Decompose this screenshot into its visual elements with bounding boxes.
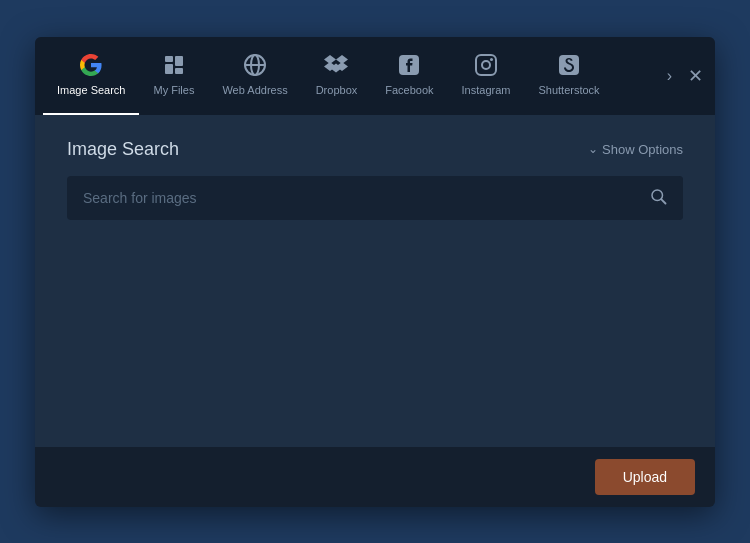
tab-instagram[interactable]: Instagram	[448, 37, 525, 115]
tab-my-files[interactable]: My Files	[139, 37, 208, 115]
tab-dropbox[interactable]: Dropbox	[302, 37, 372, 115]
show-options-button[interactable]: ⌄ Show Options	[588, 142, 683, 157]
tab-instagram-label: Instagram	[462, 84, 511, 96]
tab-shutterstock[interactable]: Shutterstock	[524, 37, 613, 115]
footer: Upload	[35, 447, 715, 507]
panel-title: Image Search	[67, 139, 179, 160]
search-icon	[649, 187, 667, 209]
tab-my-files-label: My Files	[153, 84, 194, 96]
close-button[interactable]: ✕	[684, 63, 707, 89]
modal: Image Search My Files	[35, 37, 715, 507]
search-button[interactable]	[633, 176, 683, 220]
tab-facebook[interactable]: Facebook	[371, 37, 447, 115]
search-bar	[67, 176, 683, 220]
content-area: Image Search ⌄ Show Options	[35, 115, 715, 447]
svg-rect-2	[175, 56, 183, 66]
search-input[interactable]	[67, 176, 633, 220]
tab-dropbox-label: Dropbox	[316, 84, 358, 96]
show-options-label: Show Options	[602, 142, 683, 157]
tab-facebook-label: Facebook	[385, 84, 433, 96]
instagram-icon	[474, 53, 498, 80]
tab-shutterstock-label: Shutterstock	[538, 84, 599, 96]
tabs-container: Image Search My Files	[43, 37, 659, 115]
upload-button[interactable]: Upload	[595, 459, 695, 495]
svg-rect-8	[476, 55, 496, 75]
svg-line-13	[661, 199, 665, 203]
files-icon	[162, 53, 186, 80]
tab-image-search[interactable]: Image Search	[43, 37, 139, 115]
dropbox-icon	[324, 53, 348, 80]
shutterstock-icon	[557, 53, 581, 80]
svg-point-9	[482, 61, 490, 69]
tab-image-search-label: Image Search	[57, 84, 125, 96]
svg-rect-0	[165, 56, 173, 62]
facebook-icon	[397, 53, 421, 80]
tab-bar: Image Search My Files	[35, 37, 715, 115]
svg-rect-3	[175, 68, 183, 74]
svg-rect-1	[165, 64, 173, 74]
chevron-down-icon: ⌄	[588, 142, 598, 156]
google-icon	[79, 53, 103, 80]
main-panel: Image Search ⌄ Show Options	[35, 115, 715, 447]
web-icon	[243, 53, 267, 80]
panel-header: Image Search ⌄ Show Options	[67, 139, 683, 160]
tab-bar-controls: › ✕	[663, 63, 707, 89]
tab-web-address-label: Web Address	[222, 84, 287, 96]
tab-web-address[interactable]: Web Address	[208, 37, 301, 115]
svg-point-10	[490, 58, 493, 61]
tabs-scroll-right-button[interactable]: ›	[663, 63, 676, 89]
